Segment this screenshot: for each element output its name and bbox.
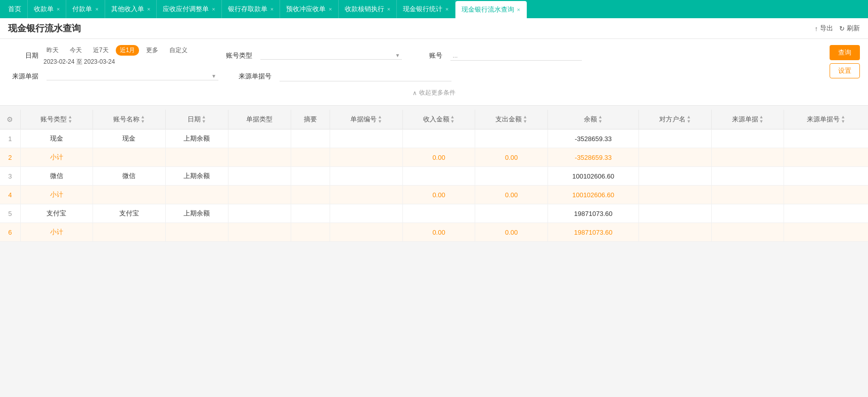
filter-area: 日期 昨天 今天 近7天 近1月 更多 自定义 2023-02-24 至 202… [0,39,868,106]
table-cell [291,223,330,242]
close-tab-1-icon[interactable]: × [95,6,98,12]
table-cell [330,223,403,242]
th-source-doc-no[interactable]: 来源单据号 ▲▼ [784,110,868,129]
table-cell [165,148,228,167]
sort-source-doc-icon: ▲▼ [759,115,764,124]
table-cell [228,223,291,242]
table-cell [784,223,868,242]
nav-tab-shoudan[interactable]: 收款单 × [28,0,66,18]
main-table: ⚙ 账号类型 ▲▼ 账号名称 ▲▼ 日期 [0,110,868,242]
nav-tab-adjust[interactable]: 应收应付调整单 × [157,0,221,18]
date-option-yesterday[interactable]: 昨天 [42,45,63,56]
table-row: 6小计0.000.0019871073.60 [0,223,868,242]
nav-tab-fukuan[interactable]: 付款单 × [66,0,105,18]
export-icon: ↑ [815,25,818,32]
close-tab-3-icon[interactable]: × [212,6,215,12]
date-option-today[interactable]: 今天 [66,45,86,56]
date-option-7days[interactable]: 近7天 [89,45,113,56]
account-type-select[interactable]: ▼ [260,52,402,60]
table-cell [639,148,712,167]
collapse-bar[interactable]: ∧ 收起更多条件 [8,86,860,99]
settings-button[interactable]: 设置 [830,63,860,78]
collapse-label: 收起更多条件 [419,89,455,97]
account-more-button[interactable]: ... [450,51,582,61]
table-cell: 现金 [93,129,166,148]
sort-balance-icon: ▲▼ [598,115,603,124]
export-button[interactable]: ↑ 导出 [815,24,834,33]
table-cell [228,167,291,186]
th-gear[interactable]: ⚙ [0,110,20,129]
close-tab-2-icon[interactable]: × [147,6,150,12]
th-account-name[interactable]: 账号名称 ▲▼ [93,110,166,129]
table-cell [475,167,548,186]
nav-home[interactable]: 首页 [2,0,28,18]
close-tab-4-icon[interactable]: × [270,6,273,12]
source-doc-arrow-icon: ▼ [211,73,216,79]
table-cell: -3528659.33 [548,148,639,167]
date-range-display: 2023-02-24 至 2023-03-24 [43,58,192,66]
table-cell [711,204,784,223]
nav-tab-other-income[interactable]: 其他收入单 × [105,0,157,18]
date-option-more[interactable]: 更多 [142,45,162,56]
table-cell: 现金 [20,129,93,148]
nav-tab-bank-deposit[interactable]: 银行存取款单 × [222,0,280,18]
nav-tab-prepay[interactable]: 预收冲应收单 × [280,0,338,18]
table-cell: 上期余额 [165,129,228,148]
table-cell [165,186,228,204]
table-cell [228,186,291,204]
table-row: 4小计0.000.00100102606.60 [0,186,868,204]
th-date[interactable]: 日期 ▲▼ [165,110,228,129]
table-cell: 100102606.60 [548,186,639,204]
date-option-1month[interactable]: 近1月 [116,45,140,56]
source-doc-select[interactable]: ▼ [47,72,218,80]
refresh-icon: ↻ [839,25,845,32]
table-cell [711,223,784,242]
table-cell [639,186,712,204]
date-option-custom[interactable]: 自定义 [165,45,192,56]
page-title: 现金银行流水查询 [8,22,81,34]
close-tab-8-icon[interactable]: × [517,7,520,13]
sort-expense-icon: ▲▼ [523,115,527,124]
nav-tab-verify[interactable]: 收款核销执行 × [339,0,397,18]
table-cell [711,167,784,186]
th-expense[interactable]: 支出金额 ▲▼ [475,110,548,129]
th-counterparty[interactable]: 对方户名 ▲▼ [639,110,712,129]
table-cell: 微信 [20,167,93,186]
th-doc-no[interactable]: 单据编号 ▲▼ [330,110,403,129]
nav-tab-cash-stats[interactable]: 现金银行统计 × [397,0,455,18]
table-cell: 微信 [93,167,166,186]
th-income[interactable]: 收入金额 ▲▼ [402,110,475,129]
table-cell: 19871073.60 [548,204,639,223]
table-cell [784,167,868,186]
sort-doc-no-icon: ▲▼ [378,115,382,124]
source-doc-label: 来源单据 [8,72,38,81]
th-account-type[interactable]: 账号类型 ▲▼ [20,110,93,129]
nav-tab-cash-flow[interactable]: 现金银行流水查询 × [455,1,527,18]
table-cell [639,167,712,186]
close-tab-5-icon[interactable]: × [329,6,332,12]
source-doc-no-input[interactable] [280,71,451,81]
close-tab-6-icon[interactable]: × [387,6,390,12]
table-cell [93,186,166,204]
sort-source-doc-no-icon: ▲▼ [841,115,845,124]
table-container: ⚙ 账号类型 ▲▼ 账号名称 ▲▼ 日期 [0,110,868,242]
page-header: 现金银行流水查询 ↑ 导出 ↻ 刷新 [0,18,868,39]
top-nav: 首页 收款单 × 付款单 × 其他收入单 × 应收应付调整单 × 银行存取款单 … [0,0,868,18]
account-type-label: 账号类型 [222,51,252,60]
gear-icon: ⚙ [7,115,13,123]
table-cell: 0.00 [475,148,548,167]
table-cell [291,148,330,167]
table-cell [475,204,548,223]
refresh-button[interactable]: ↻ 刷新 [839,24,860,33]
th-balance[interactable]: 余额 ▲▼ [548,110,639,129]
sort-income-icon: ▲▼ [450,115,455,124]
table-cell: 0.00 [475,186,548,204]
table-cell [784,129,868,148]
close-tab-0-icon[interactable]: × [57,6,60,12]
th-source-doc[interactable]: 来源单据 ▲▼ [711,110,784,129]
close-tab-7-icon[interactable]: × [445,6,448,12]
table-cell: 100102606.60 [548,167,639,186]
table-cell: 5 [0,204,20,223]
query-button[interactable]: 查询 [830,45,860,60]
table-cell: 3 [0,167,20,186]
